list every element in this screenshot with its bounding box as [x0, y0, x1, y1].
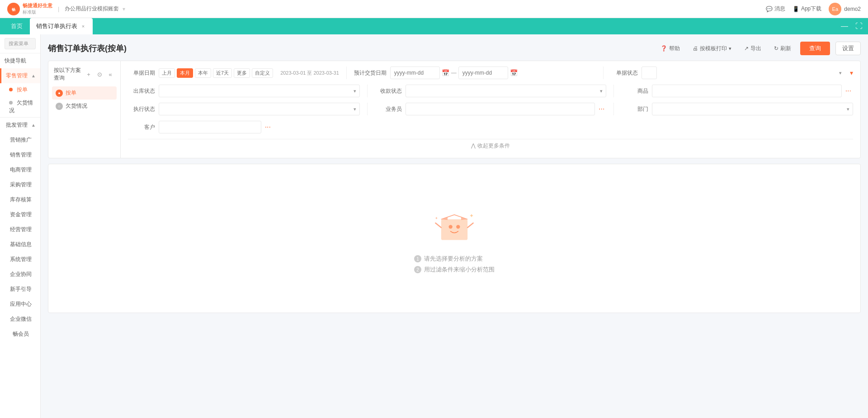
status-dropdown-icon[interactable]: ▾ — [850, 69, 853, 76]
forecast-date-end[interactable] — [458, 66, 508, 79]
settings-btn[interactable]: 设置 — [835, 42, 861, 55]
empty-illustration: ✦ ✦ — [432, 200, 477, 246]
add-scheme-btn[interactable]: + — [84, 70, 93, 79]
divider5 — [367, 103, 368, 115]
user-action[interactable]: Ea demo2 — [829, 3, 861, 15]
filter-row-3: 执行状态 业务员 ··· — [128, 103, 853, 115]
copy-scheme-btn[interactable]: ⊙ — [95, 70, 104, 79]
divider3 — [367, 85, 368, 97]
tab-maximize-icon[interactable]: ⛶ — [854, 21, 864, 32]
empty-tip-2: 2 用过滤条件来缩小分析范围 — [414, 266, 495, 274]
sidebar-item-retail[interactable]: 零售管理 ▲ — [0, 68, 40, 83]
content-area: 销售订单执行表(按单) ❓ 帮助 🖨 按模板打印 ▾ ↗ 导出 ↻ 刷新 — [41, 34, 868, 418]
sidebar-item-enterprise[interactable]: 企业协同 — [0, 267, 40, 282]
salesman-field: 业务员 ··· — [375, 103, 607, 115]
cal-icon-end[interactable]: 📅 — [510, 69, 518, 76]
header-left: 畅 畅捷通好生意 标准版 | 办公用品行业模拟账套 ▾ — [7, 2, 125, 15]
btn-this-month[interactable]: 本月 — [177, 68, 193, 78]
tab-sales-order[interactable]: 销售订单执行表 × — [30, 18, 93, 34]
sidebar-quick-nav[interactable]: 快捷导航 — [0, 53, 40, 68]
breadcrumb-separator: | — [58, 5, 59, 12]
customer-input[interactable] — [159, 121, 261, 133]
svg-rect-2 — [441, 219, 467, 240]
logo-text: 畅捷通好生意 标准版 — [23, 2, 52, 15]
sidebar-search-btn[interactable]: 搜索菜单 — [5, 38, 36, 49]
sidebar-search-area: 搜索菜单 — [0, 34, 40, 53]
status-select[interactable] — [642, 66, 657, 79]
divider2 — [603, 66, 604, 79]
payment-status-field: 收款状态 — [375, 85, 607, 97]
customer-field: 客户 ··· — [128, 121, 273, 133]
sidebar-item-operation[interactable]: 经营管理 — [0, 222, 40, 237]
salesman-more-btn[interactable]: ··· — [597, 105, 606, 113]
sidebar-item-finance[interactable]: 资金管理 — [0, 207, 40, 222]
sidebar-item-inventory[interactable]: 库存核算 — [0, 192, 40, 207]
empty-tips-list: 1 请先选择要分析的方案 2 用过滤条件来缩小分析范围 — [414, 255, 495, 276]
btn-this-year[interactable]: 本年 — [195, 68, 211, 78]
sidebar-item-wholesale[interactable]: 批发管理 ▲ — [0, 118, 40, 133]
sidebar-item-system[interactable]: 系统管理 — [0, 252, 40, 267]
top-header: 畅 畅捷通好生意 标准版 | 办公用品行业模拟账套 ▾ 💬 消息 📱 App下载… — [0, 0, 868, 18]
btn-custom[interactable]: 自定义 — [252, 68, 273, 78]
app-download-action[interactable]: 📱 App下载 — [793, 5, 821, 13]
breadcrumb-item: 办公用品行业模拟账套 — [65, 5, 119, 13]
goods-more-btn[interactable]: ··· — [844, 87, 853, 95]
tab-home[interactable]: 首页 — [4, 18, 30, 34]
svg-text:✦: ✦ — [435, 216, 438, 220]
customer-more-btn[interactable]: ··· — [263, 123, 273, 131]
export-icon: ↗ — [744, 45, 749, 52]
goods-input[interactable] — [652, 85, 841, 97]
sidebar-item-sales[interactable]: 销售管理 — [0, 147, 40, 162]
filter-sidebar-header: 按以下方案查询 + ⊙ « — [52, 66, 117, 82]
retail-sub-menu: 按单 欠货情况 — [0, 83, 40, 117]
customer-input-group: ··· — [159, 121, 273, 133]
collapse-sidebar-btn[interactable]: « — [106, 70, 115, 79]
btn-last-month[interactable]: 上月 — [159, 68, 175, 78]
filter-option-debt[interactable]: ○ 欠货情况 — [52, 100, 117, 113]
dept-select[interactable] — [652, 103, 853, 115]
filter-panel: 按以下方案查询 + ⊙ « ● 按单 ○ — [48, 61, 861, 158]
date-quick-btns: 上月 本月 本年 近7天 更多 自定义 — [159, 68, 273, 78]
wholesale-expand-icon: ▲ — [31, 123, 36, 128]
payment-select[interactable] — [406, 85, 607, 97]
tab-close-icon[interactable]: × — [80, 23, 86, 29]
print-btn[interactable]: 🖨 按模板打印 ▾ — [689, 43, 735, 54]
refresh-btn[interactable]: ↻ 刷新 — [770, 43, 795, 54]
breadcrumb-dropdown-icon[interactable]: ▾ — [123, 6, 125, 12]
help-btn[interactable]: ❓ 帮助 — [657, 43, 684, 54]
order-icon: ● — [56, 90, 63, 97]
sidebar-item-apps[interactable]: 应用中心 — [0, 297, 40, 312]
btn-last7[interactable]: 近7天 — [213, 68, 232, 78]
active-dot — [9, 88, 13, 91]
sidebar-item-member[interactable]: 畅会员 — [0, 327, 40, 342]
query-btn[interactable]: 查询 — [800, 42, 830, 55]
filter-row-4: 客户 ··· — [128, 121, 853, 133]
filter-option-order[interactable]: ● 按单 — [52, 86, 117, 100]
message-action[interactable]: 💬 消息 — [766, 5, 785, 13]
forecast-date-start[interactable] — [390, 66, 440, 79]
logo-area: 畅 畅捷通好生意 标准版 — [7, 2, 52, 15]
exec-status-field: 执行状态 — [128, 103, 360, 115]
status-field: 单据状态 ▾ — [611, 66, 853, 79]
sidebar-item-basic[interactable]: 基础信息 — [0, 237, 40, 252]
cal-icon-start[interactable]: 📅 — [442, 69, 449, 76]
sidebar-item-order[interactable]: 按单 — [5, 83, 40, 96]
export-btn[interactable]: ↗ 导出 — [741, 43, 765, 54]
delivery-select[interactable] — [159, 85, 360, 97]
collapse-bar[interactable]: ⋀ 收起更多条件 — [128, 139, 853, 152]
print-icon: 🖨 — [693, 45, 698, 52]
date-separator: — — [451, 70, 457, 76]
sidebar-item-purchase[interactable]: 采购管理 — [0, 177, 40, 192]
sidebar-item-ecom[interactable]: 电商管理 — [0, 162, 40, 177]
filter-row-2: 出库状态 收款状态 商品 — [128, 85, 853, 97]
btn-more[interactable]: 更多 — [234, 68, 250, 78]
sidebar-item-wechat[interactable]: 企业微信 — [0, 312, 40, 327]
exec-select[interactable] — [159, 103, 360, 115]
status-select-wrapper — [642, 66, 845, 79]
salesman-input[interactable] — [406, 103, 595, 115]
sidebar-item-newbie[interactable]: 新手引导 — [0, 282, 40, 297]
sidebar-section-retail: 零售管理 ▲ 按单 欠货情况 — [0, 68, 40, 118]
sidebar-item-debt[interactable]: 欠货情况 — [5, 96, 40, 117]
tab-minimize-icon[interactable]: — — [839, 21, 850, 32]
sidebar-item-marketing[interactable]: 营销推广 — [0, 133, 40, 147]
